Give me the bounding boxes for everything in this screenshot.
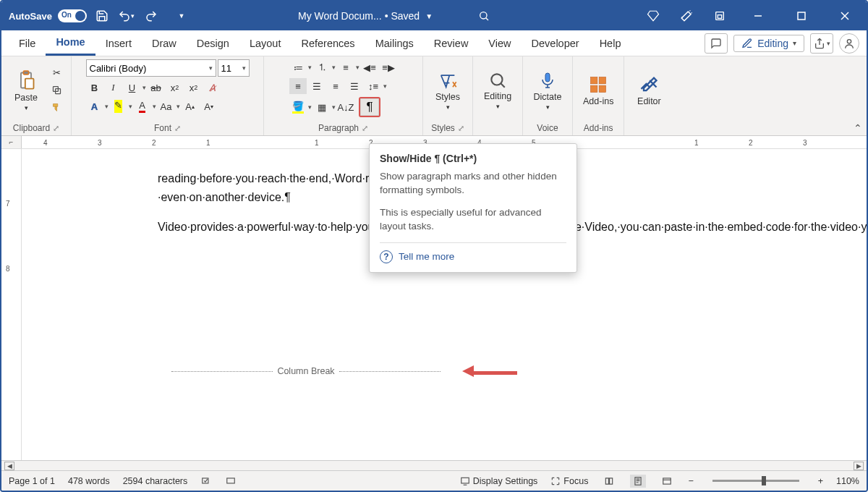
align-center-button[interactable]: ☰: [308, 78, 326, 94]
highlight-button[interactable]: ✎: [110, 98, 127, 114]
tab-layout[interactable]: Layout: [239, 30, 292, 56]
align-left-button[interactable]: ≡: [289, 78, 307, 94]
zoom-level[interactable]: 110%: [836, 476, 859, 486]
vertical-ruler[interactable]: 7 8: [1, 149, 22, 460]
zoom-slider[interactable]: [712, 480, 799, 482]
cut-icon[interactable]: ✂: [48, 65, 65, 81]
tab-view[interactable]: View: [478, 30, 521, 56]
grow-font-button[interactable]: A▴: [182, 98, 199, 114]
minimize-button[interactable]: [744, 1, 773, 30]
shading-button[interactable]: 🪣: [289, 99, 307, 115]
sort-button[interactable]: A↓Z: [337, 99, 354, 115]
char-count-status[interactable]: 2594 characters: [123, 476, 188, 486]
page-number-status[interactable]: Page 1 of 1: [9, 476, 55, 486]
group-styles: Styles▾ Styles⤢: [423, 56, 473, 135]
undo-icon[interactable]: ▾: [117, 7, 136, 25]
editing-mode-button[interactable]: Editing ▾: [733, 35, 804, 52]
align-right-button[interactable]: ≡: [327, 78, 344, 94]
svg-rect-18: [599, 85, 605, 92]
shrink-font-button[interactable]: A▾: [200, 98, 218, 114]
underline-button[interactable]: U: [124, 80, 141, 96]
collapse-ribbon-icon[interactable]: ⌃: [854, 122, 862, 134]
bold-button[interactable]: B: [86, 80, 103, 96]
redo-icon[interactable]: [142, 7, 161, 25]
format-painter-icon[interactable]: [48, 100, 65, 116]
addins-button[interactable]: Add-ins: [579, 59, 618, 121]
title-bar: AutoSave On ▾ ▼ My Word Docum... • Saved…: [1, 1, 867, 30]
zoom-out-button[interactable]: −: [688, 476, 693, 486]
account-avatar[interactable]: [839, 33, 859, 54]
tab-insert[interactable]: Insert: [95, 30, 142, 56]
spell-check-icon[interactable]: [200, 476, 212, 486]
tab-developer[interactable]: Developer: [522, 30, 590, 56]
svg-rect-4: [798, 12, 805, 20]
comments-button[interactable]: [705, 33, 728, 54]
line-spacing-button[interactable]: ↕≡: [365, 78, 382, 94]
show-hide-button[interactable]: ¶: [359, 97, 380, 117]
tab-mailings[interactable]: Mailings: [365, 30, 424, 56]
tab-file[interactable]: File: [9, 30, 46, 56]
horizontal-scrollbar[interactable]: ◀ ▶: [1, 460, 867, 470]
tab-draw[interactable]: Draw: [142, 30, 187, 56]
borders-button[interactable]: ▦: [313, 99, 331, 115]
clear-formatting-button[interactable]: A̷: [204, 80, 221, 96]
read-mode-button[interactable]: [601, 475, 617, 488]
web-layout-button[interactable]: [659, 475, 675, 488]
maximize-button[interactable]: [787, 1, 816, 30]
bullets-button[interactable]: ≔: [289, 59, 307, 75]
paste-button[interactable]: Paste ▾: [7, 59, 45, 121]
change-case-button[interactable]: Aa: [158, 98, 175, 114]
autosave-toggle[interactable]: On: [58, 9, 87, 22]
pencil-icon: [741, 38, 753, 49]
group-label: Paragraph: [318, 123, 359, 133]
tab-review[interactable]: Review: [424, 30, 479, 56]
display-settings-button[interactable]: Display Settings: [460, 476, 538, 486]
tab-references[interactable]: References: [291, 30, 365, 56]
restore-overlay-icon[interactable]: [710, 7, 729, 25]
editing-find-button[interactable]: Editing▾: [479, 59, 516, 121]
save-icon[interactable]: [93, 7, 111, 25]
share-button[interactable]: ▾: [810, 33, 833, 54]
tab-design[interactable]: Design: [187, 30, 239, 56]
wand-icon[interactable]: [677, 7, 696, 25]
dialog-launcher-icon[interactable]: ⤢: [458, 124, 464, 133]
font-size-select[interactable]: 11▾: [218, 59, 250, 77]
print-layout-button[interactable]: [630, 475, 646, 488]
accessibility-icon[interactable]: [225, 476, 237, 486]
justify-button[interactable]: ☰: [346, 78, 363, 94]
scroll-left-button[interactable]: ◀: [4, 462, 14, 470]
tab-help[interactable]: Help: [590, 30, 631, 56]
multilevel-list-button[interactable]: ≡: [337, 59, 354, 75]
close-button[interactable]: [830, 1, 859, 30]
increase-indent-button[interactable]: ≡▶: [380, 59, 397, 75]
numbering-button[interactable]: ⒈: [313, 59, 331, 75]
zoom-in-button[interactable]: +: [818, 476, 823, 486]
qat-customize-icon[interactable]: ▼: [172, 7, 191, 25]
strikethrough-button[interactable]: ab: [148, 80, 165, 96]
font-color-button[interactable]: A: [134, 98, 151, 114]
decrease-indent-button[interactable]: ◀≡: [361, 59, 378, 75]
dialog-launcher-icon[interactable]: ⤢: [174, 124, 181, 133]
copy-icon[interactable]: [48, 82, 65, 98]
dictate-button[interactable]: Dictate▾: [529, 59, 566, 121]
svg-rect-14: [545, 73, 550, 82]
focus-button[interactable]: Focus: [550, 476, 588, 486]
text-effects-button[interactable]: A: [86, 98, 103, 114]
tooltip-body: Show paragraph marks and other hidden fo…: [380, 170, 566, 198]
tab-home[interactable]: Home: [46, 30, 95, 56]
superscript-button[interactable]: x2: [185, 80, 203, 96]
dialog-launcher-icon[interactable]: ⤢: [362, 124, 368, 133]
subscript-button[interactable]: x2: [166, 80, 184, 96]
title-dropdown-icon[interactable]: ▼: [425, 12, 433, 20]
tell-me-more-link[interactable]: ? Tell me more: [380, 242, 566, 263]
word-count-status[interactable]: 478 words: [68, 476, 110, 486]
font-name-select[interactable]: Calibri (Body)▾: [86, 59, 216, 77]
editor-button[interactable]: Editor: [630, 59, 668, 121]
styles-button[interactable]: Styles▾: [429, 59, 467, 121]
italic-button[interactable]: I: [105, 80, 122, 96]
ribbon-tab-bar: File Home Insert Draw Design Layout Refe…: [1, 30, 867, 56]
dialog-launcher-icon[interactable]: ⤢: [53, 124, 59, 133]
premium-icon[interactable]: [644, 7, 663, 25]
scroll-right-button[interactable]: ▶: [854, 462, 864, 470]
search-icon[interactable]: [475, 7, 493, 25]
